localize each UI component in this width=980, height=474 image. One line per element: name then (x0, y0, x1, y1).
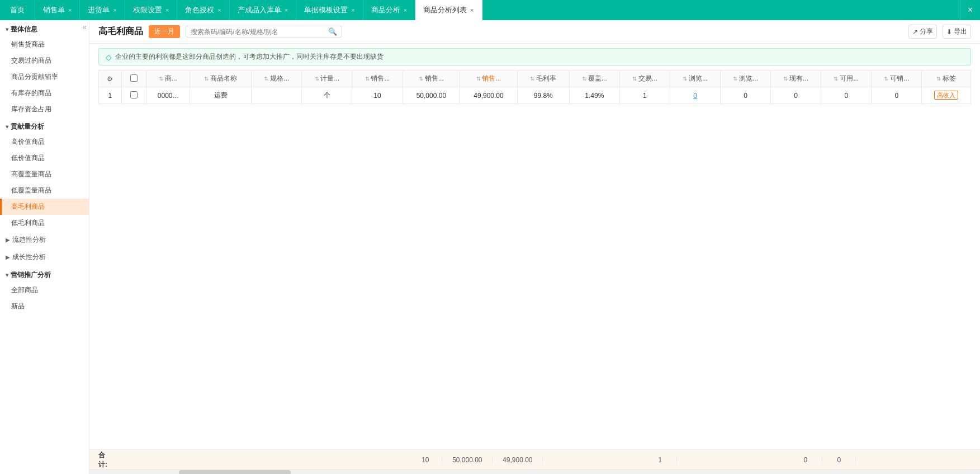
export-icon: ⬇ (946, 28, 952, 36)
filter-period-button[interactable]: 近一月 (149, 25, 180, 38)
col-sales-amt[interactable]: 销售... (403, 71, 460, 87)
row-checkbox[interactable] (130, 91, 138, 98)
nav-tab-permission[interactable]: 权限设置 × (125, 0, 177, 20)
nav-tab-close[interactable]: × (404, 7, 407, 13)
sidebar-group-marketing[interactable]: ▾ 营销推广分析 (0, 266, 89, 282)
col-tag[interactable]: 标签 (922, 71, 971, 87)
search-icon[interactable]: 🔍 (328, 27, 337, 36)
footer-sales-qty: 10 (409, 456, 442, 464)
sidebar-item-low-margin[interactable]: 低毛利商品 (0, 215, 89, 231)
nav-tab-sales[interactable]: 销售单 × (35, 0, 80, 20)
nav-tab-template[interactable]: 单据模板设置 × (296, 0, 363, 20)
cell-gross-rate: 99.8% (517, 87, 569, 104)
search-bar: 🔍 (186, 26, 342, 37)
notice-text: 企业的主要的利润都是这部分商品创造的，可考虑加大推广，同时关注库存是不要出现缺货 (115, 52, 384, 62)
sidebar-item-traded-goods[interactable]: 交易过的商品 (0, 53, 89, 69)
data-table: ⚙ 商... 商品名称 规格... 计量... 销售... 销售... 销售..… (98, 70, 971, 104)
sidebar-item-all-goods[interactable]: 全部商品 (0, 282, 89, 298)
sidebar-group-label: 流趋性分析 (12, 235, 46, 245)
export-button[interactable]: ⬇ 导出 (943, 25, 971, 39)
col-gross-rate[interactable]: 毛利率 (517, 71, 569, 87)
col-spec[interactable]: 规格... (252, 71, 302, 87)
col-checkbox[interactable] (121, 71, 146, 87)
select-all-checkbox[interactable] (130, 74, 138, 82)
nav-tab-close[interactable]: × (217, 7, 221, 13)
sidebar-collapse-button[interactable]: « (82, 22, 87, 31)
sidebar-item-high-value[interactable]: 高价值商品 (0, 134, 89, 150)
sidebar-item-low-coverage[interactable]: 低覆盖量商品 (0, 182, 89, 199)
sidebar-item-stock-funds[interactable]: 库存资金占用 (0, 101, 89, 118)
col-name[interactable]: 商品名称 (190, 71, 251, 87)
search-input[interactable] (191, 28, 326, 36)
col-browse1[interactable]: 浏览... (670, 71, 720, 87)
cell-code: 0000... (146, 87, 190, 104)
col-available[interactable]: 可用... (821, 71, 872, 87)
sidebar-item-sales-goods[interactable]: 销售货商品 (0, 36, 89, 53)
share-label: 分享 (920, 27, 933, 36)
col-sellable[interactable]: 可销... (872, 71, 922, 87)
col-trade[interactable]: 交易... (619, 71, 670, 87)
nav-tab-label: 产成品入库单 (238, 5, 281, 15)
col-unit[interactable]: 计量... (302, 71, 352, 87)
sidebar-item-label: 高覆盖量商品 (11, 170, 51, 178)
cell-sales-cost: 49,900.00 (460, 87, 518, 104)
cell-browse1[interactable]: 0 (670, 87, 720, 104)
nav-tab-close[interactable]: × (165, 7, 169, 13)
footer-cells: 10 50,000.00 49,900.00 1 0 0 (118, 456, 971, 464)
sidebar-item-high-coverage[interactable]: 高覆盖量商品 (0, 166, 89, 182)
col-current-stock[interactable]: 现有... (771, 71, 821, 87)
col-code[interactable]: 商... (146, 71, 190, 87)
sidebar-group-contribution[interactable]: ▾ 贡献量分析 (0, 118, 89, 134)
nav-tab-product-in[interactable]: 产成品入库单 × (230, 0, 296, 20)
nav-tab-close[interactable]: × (470, 7, 474, 13)
table-header-row: ⚙ 商... 商品名称 规格... 计量... 销售... 销售... 销售..… (99, 71, 971, 87)
share-icon: ↗ (912, 28, 918, 36)
col-browse2[interactable]: 浏览... (721, 71, 771, 87)
sidebar-group-label: 营销推广分析 (11, 270, 51, 280)
toolbar-right-actions: ↗ 分享 ⬇ 导出 (908, 25, 971, 39)
sidebar-group-overall[interactable]: ▾ 整体信息 (0, 20, 89, 36)
col-sales-qty[interactable]: 销售... (352, 71, 403, 87)
nav-tab-close[interactable]: × (351, 7, 354, 13)
nav-tab-label: 单据模板设置 (304, 5, 348, 15)
nav-tab-close[interactable]: × (68, 7, 72, 13)
sidebar-item-label: 低价值商品 (11, 154, 45, 162)
nav-tab-close[interactable]: × (285, 7, 288, 13)
col-sales-cost[interactable]: 销售... (460, 71, 518, 87)
nav-tab-label: 商品分析列表 (423, 5, 467, 15)
sidebar-item-label: 交易过的商品 (11, 57, 51, 64)
sidebar: « ▾ 整体信息 销售货商品 交易过的商品 商品分贡献辅率 有库存的商品 库存资… (0, 20, 89, 474)
cell-trade: 1 (619, 87, 670, 104)
sidebar-item-label: 高价值商品 (11, 138, 45, 146)
notice-bar: ◇ 企业的主要的利润都是这部分商品创造的，可考虑加大推广，同时关注库存是不要出现… (98, 48, 971, 65)
sidebar-item-new-goods[interactable]: 新品 (0, 298, 89, 315)
cell-spec (252, 87, 302, 104)
sidebar-item-label: 新品 (11, 302, 25, 310)
cell-sellable: 0 (872, 87, 922, 104)
nav-tab-close[interactable]: × (113, 7, 116, 13)
table-wrapper[interactable]: ⚙ 商... 商品名称 规格... 计量... 销售... 销售... 销售..… (89, 70, 980, 449)
nav-tab-analysis[interactable]: 商品分析 × (363, 0, 415, 20)
sidebar-group-arrow: ▾ (6, 272, 8, 278)
sidebar-item-contribution-rate[interactable]: 商品分贡献辅率 (0, 69, 89, 85)
col-settings[interactable]: ⚙ (99, 71, 122, 87)
cell-checkbox[interactable] (121, 87, 146, 104)
cell-name: 运费 (190, 87, 251, 104)
scrollbar-thumb[interactable] (179, 470, 291, 474)
nav-close-all-button[interactable]: × (960, 0, 980, 20)
sidebar-group-growth[interactable]: ▶ 成长性分析 (0, 248, 89, 266)
page-title: 高毛利商品 (98, 26, 143, 37)
sidebar-item-high-margin[interactable]: 高毛利商品 (0, 199, 89, 215)
nav-tab-label: 角色授权 (185, 5, 214, 15)
nav-tab-purchase[interactable]: 进货单 × (80, 0, 125, 20)
sidebar-item-low-value[interactable]: 低价值商品 (0, 150, 89, 166)
col-cover-rate[interactable]: 覆盖... (569, 71, 619, 87)
sidebar-group-trend[interactable]: ▶ 流趋性分析 (0, 231, 89, 248)
share-button[interactable]: ↗ 分享 (908, 25, 937, 39)
nav-tab-analysis-list[interactable]: 商品分析列表 × (415, 0, 482, 20)
cell-sales-qty: 10 (352, 87, 403, 104)
sidebar-item-stocked-goods[interactable]: 有库存的商品 (0, 85, 89, 101)
nav-tab-role[interactable]: 角色授权 × (177, 0, 229, 20)
horizontal-scrollbar[interactable] (89, 470, 980, 474)
nav-tab-home[interactable]: 首页 (0, 0, 35, 20)
